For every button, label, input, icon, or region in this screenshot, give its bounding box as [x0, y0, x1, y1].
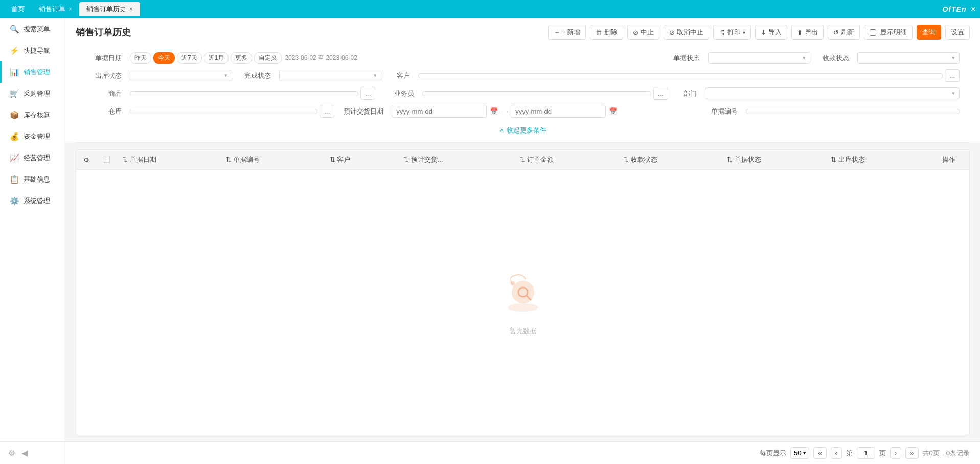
customer-ellipsis-btn[interactable]: ...	[945, 69, 960, 82]
delete-icon: 🗑	[596, 29, 602, 36]
col-amount[interactable]: ⇅ 订单金额	[513, 150, 617, 170]
toolbar: ＋ + 新增 🗑 删除 ⊘ 中止 ⊘ 取消中止	[548, 25, 970, 40]
stop-button[interactable]: ⊘ 中止	[627, 25, 659, 40]
delivery-date-start[interactable]	[392, 105, 487, 118]
show-detail-checkbox[interactable]	[870, 29, 876, 36]
complete-status-label: 完成状态	[240, 71, 271, 80]
salesperson-input[interactable]	[422, 91, 651, 96]
date-1month-btn[interactable]: 近1月	[204, 52, 229, 64]
last-page-btn[interactable]: »	[905, 447, 918, 459]
complete-status-select[interactable]: ▾	[279, 70, 381, 81]
page-size-arrow-icon: ▾	[803, 450, 806, 456]
collapse-filter-btn[interactable]: ∧ 收起更多条件	[86, 123, 960, 136]
order-status-label: 单据状态	[669, 54, 700, 63]
page-size-select[interactable]: 50 ▾	[790, 447, 809, 459]
collapse-sidebar-icon[interactable]: ◀	[21, 448, 28, 458]
first-page-btn[interactable]: «	[813, 447, 826, 459]
date-today-btn[interactable]: 今天	[153, 52, 175, 64]
order-number-input[interactable]	[746, 109, 960, 114]
customer-input[interactable]	[418, 73, 943, 78]
outbound-status-select[interactable]: ▾	[130, 70, 232, 81]
sidebar-item-sales-mgmt[interactable]: 📊 销售管理	[0, 61, 65, 83]
warehouse-ellipsis-btn[interactable]: ...	[320, 105, 334, 118]
prev-page-btn[interactable]: ‹	[831, 447, 842, 459]
chevron-down-icon: ▾	[952, 90, 955, 97]
filter-row-4: 仓库 ... 预计交货日期 📅 — 📅 单据编号	[86, 105, 960, 118]
date-more-btn[interactable]: 更多	[231, 52, 252, 64]
filter-row-3: 商品 ... 业务员 ... 部门 ▾	[86, 87, 960, 100]
col-outbound-status[interactable]: ⇅ 出库状态	[825, 150, 928, 170]
date-yesterday-btn[interactable]: 昨天	[130, 52, 151, 64]
sidebar-item-system-mgmt[interactable]: ⚙️ 系统管理	[0, 190, 65, 212]
chevron-down-icon: ▾	[952, 55, 955, 61]
page-title-row: 销售订单历史 ＋ + 新增 🗑 删除 ⊘ 中止 ⊘	[76, 25, 970, 40]
sidebar-item-purchase-mgmt[interactable]: 🛒 采购管理	[0, 83, 65, 104]
department-select[interactable]: ▾	[705, 87, 960, 99]
goods-input[interactable]	[130, 91, 358, 96]
sidebar-item-operations[interactable]: 📈 经营管理	[0, 147, 65, 169]
sidebar-item-quick-nav[interactable]: ⚡ 快捷导航	[0, 40, 65, 61]
payment-status-select[interactable]: ▾	[857, 52, 960, 64]
outbound-status-label: 出库状态	[86, 71, 122, 80]
page-number-input[interactable]	[857, 447, 875, 459]
select-all-checkbox[interactable]	[103, 156, 110, 163]
close-icon[interactable]: ×	[69, 6, 72, 13]
tab-sales-order[interactable]: 销售订单 ×	[32, 2, 79, 16]
pagination-bar: 每页显示 50 ▾ « ‹ 第 页 › » 共0页，0条记录	[65, 441, 980, 464]
order-status-select[interactable]: ▾	[708, 52, 810, 64]
sidebar-item-inventory[interactable]: 📦 库存核算	[0, 104, 65, 126]
col-order-status[interactable]: ⇅ 单据状态	[721, 150, 825, 170]
print-icon: 🖨	[719, 29, 725, 36]
col-number[interactable]: ⇅ 单据编号	[220, 150, 324, 170]
export-icon: ⬆	[797, 29, 803, 36]
col-date[interactable]: ⇅ 单据日期	[116, 150, 220, 170]
salesperson-ellipsis-btn[interactable]: ...	[653, 87, 668, 100]
search-icon: 🔍	[10, 25, 19, 34]
refresh-icon: ↺	[833, 29, 839, 36]
warehouse-input[interactable]	[130, 109, 317, 114]
date-separator: —	[501, 107, 508, 115]
show-detail-toggle[interactable]: 显示明细	[864, 25, 913, 40]
goods-ellipsis-btn[interactable]: ...	[360, 87, 375, 100]
import-icon: ⬇	[761, 29, 766, 36]
col-customer[interactable]: ⇅ 客户	[324, 150, 398, 170]
import-button[interactable]: ⬇ 导入	[755, 25, 787, 40]
next-page-btn[interactable]: ›	[890, 447, 901, 459]
sidebar-item-search-menu[interactable]: 🔍 搜索菜单	[0, 18, 65, 40]
col-payment-status[interactable]: ⇅ 收款状态	[617, 150, 721, 170]
empty-text: 暂无数据	[510, 326, 536, 336]
delivery-date-end[interactable]	[511, 105, 606, 118]
col-delivery-date[interactable]: ⇅ 预计交货...	[397, 150, 513, 170]
cancel-stop-button[interactable]: ⊘ 取消中止	[664, 25, 709, 40]
settings-button[interactable]: 设置	[945, 25, 970, 40]
col-settings[interactable]: ⚙	[76, 150, 97, 170]
chevron-down-icon: ▾	[803, 55, 806, 61]
cancel-stop-icon: ⊘	[669, 29, 675, 36]
col-checkbox	[97, 150, 116, 170]
date-quick-btns: 昨天 今天 近7天 近1月 更多 自定义	[130, 52, 282, 64]
date-custom-btn[interactable]: 自定义	[254, 52, 282, 64]
export-button[interactable]: ⬆ 导出	[791, 25, 824, 40]
settings-icon[interactable]: ⚙	[8, 448, 15, 458]
close-all-btn[interactable]: ×	[970, 4, 976, 15]
refresh-button[interactable]: ↺ 刷新	[828, 25, 860, 40]
warehouse-label: 仓库	[86, 107, 122, 116]
sidebar-item-capital-mgmt[interactable]: 💰 资金管理	[0, 126, 65, 147]
close-icon[interactable]: ×	[129, 6, 133, 13]
query-button[interactable]: 查询	[917, 25, 941, 40]
page-size-label: 每页显示	[760, 449, 786, 458]
filter-row-2: 出库状态 ▾ 完成状态 ▾ 客户 ...	[86, 69, 960, 82]
new-button[interactable]: ＋ + 新增	[548, 25, 586, 40]
goods-control: ...	[130, 87, 375, 100]
box-icon: 📦	[10, 111, 19, 120]
info-icon: 📋	[10, 175, 19, 184]
tab-sales-order-history[interactable]: 销售订单历史 ×	[79, 2, 140, 16]
date-filter-control: 昨天 今天 近7天 近1月 更多 自定义 2023-06-02 至 2023-0…	[130, 52, 661, 64]
salesperson-label: 业务员	[383, 89, 414, 98]
customer-label: 客户	[390, 71, 410, 80]
tab-home[interactable]: 首页	[4, 2, 32, 16]
delete-button[interactable]: 🗑 删除	[590, 25, 623, 40]
print-button[interactable]: 🖨 打印 ▾	[713, 25, 751, 40]
sidebar-item-basic-info[interactable]: 📋 基础信息	[0, 169, 65, 190]
date-7days-btn[interactable]: 近7天	[177, 52, 202, 64]
